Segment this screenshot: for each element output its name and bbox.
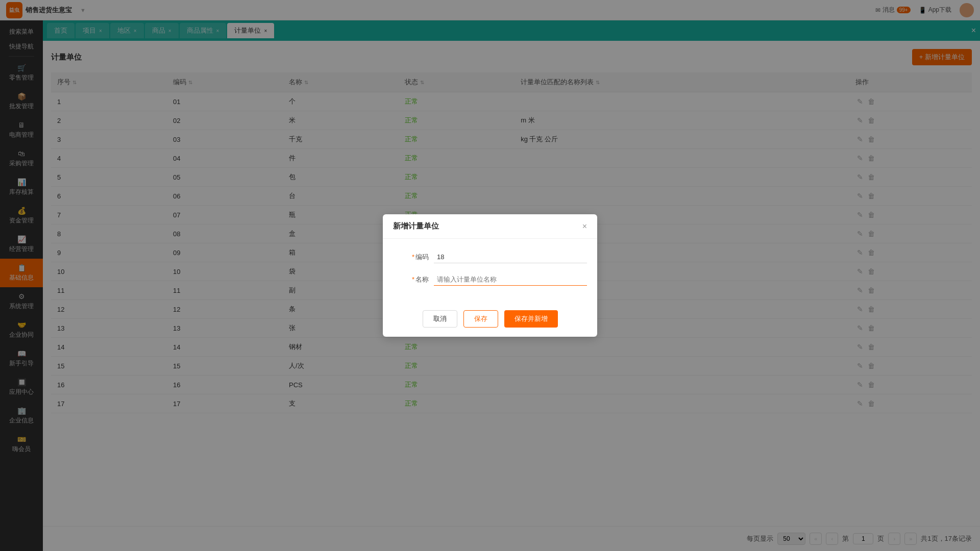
- code-required-mark: *: [412, 253, 414, 261]
- name-label-text: 名称: [415, 276, 429, 283]
- code-label-text: 编码: [415, 253, 429, 261]
- modal-close-btn[interactable]: ×: [582, 222, 587, 231]
- cancel-button[interactable]: 取消: [423, 310, 457, 328]
- save-and-new-button[interactable]: 保存并新增: [504, 310, 558, 328]
- modal-body: *编码 *名称: [383, 239, 597, 304]
- modal-overlay: 新增计量单位 × *编码 *名称 取消 保存 保存并新增: [0, 0, 980, 551]
- name-input[interactable]: [434, 273, 587, 286]
- name-required-mark: *: [412, 276, 414, 283]
- modal-header: 新增计量单位 ×: [383, 214, 597, 239]
- save-button[interactable]: 保存: [463, 310, 498, 328]
- modal-title: 新增计量单位: [393, 221, 439, 231]
- code-label: *编码: [393, 253, 429, 262]
- form-row-name: *名称: [393, 273, 587, 286]
- form-row-code: *编码: [393, 251, 587, 263]
- code-input[interactable]: [434, 251, 587, 263]
- name-label: *名称: [393, 275, 429, 284]
- modal-footer: 取消 保存 保存并新增: [383, 304, 597, 337]
- add-unit-modal: 新增计量单位 × *编码 *名称 取消 保存 保存并新增: [383, 214, 597, 337]
